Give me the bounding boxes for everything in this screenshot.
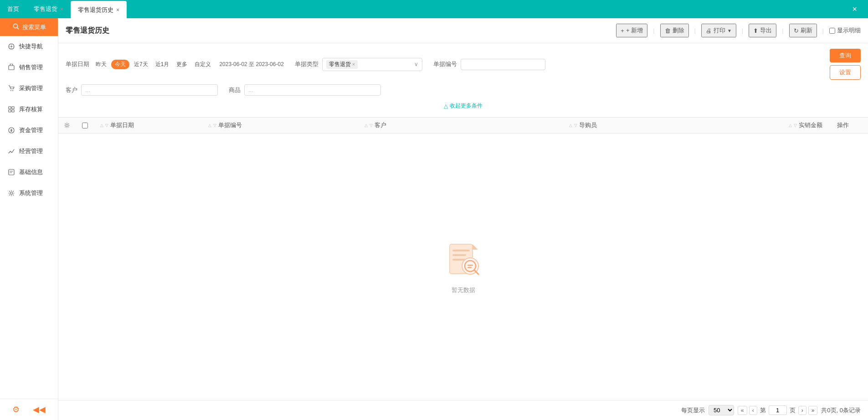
sidebar-item-label-inventory: 库存核算: [19, 105, 43, 113]
doc-num-input[interactable]: [461, 59, 545, 70]
export-icon: ⬆: [753, 27, 758, 34]
show-detail-label[interactable]: 显示明细: [829, 26, 861, 35]
th-doc-num-label: 单据编号: [218, 121, 242, 129]
th-doc-date[interactable]: △ ▽ 单据日期: [95, 121, 203, 129]
export-label: 导出: [760, 26, 772, 35]
tab-retail-return-history[interactable]: 零售退货历史×: [71, 1, 127, 19]
purchase-icon: [7, 84, 15, 92]
sort-down-icon5: ▽: [794, 123, 797, 128]
top-bar: 首页零售退货×零售退货历史× ×: [0, 0, 868, 18]
sidebar-item-purchase-mgmt[interactable]: 采购管理: [0, 78, 58, 99]
sort-up-icon4: △: [569, 123, 572, 128]
new-button[interactable]: + + 新增: [616, 24, 647, 37]
th-customer[interactable]: △ ▽ 客户: [359, 121, 564, 129]
date-custom[interactable]: 自定义: [192, 60, 214, 69]
sidebar-item-label-purchase: 采购管理: [19, 84, 43, 92]
date-7days[interactable]: 近7天: [131, 60, 151, 69]
sidebar-item-system-mgmt[interactable]: 系统管理: [0, 183, 58, 204]
date-more[interactable]: 更多: [174, 60, 190, 69]
new-icon: +: [621, 27, 624, 34]
query-button[interactable]: 查询: [830, 49, 861, 62]
print-button[interactable]: 🖨 打印 ▼: [701, 24, 736, 37]
table-header: △ ▽ 单据日期 △ ▽ 单据编号 △ ▽ 客户 △ ▽ 导购员: [58, 118, 868, 133]
sidebar-item-basic-info[interactable]: 基础信息: [0, 162, 58, 183]
show-detail-checkbox[interactable]: [829, 28, 835, 34]
th-action-label: 操作: [837, 121, 849, 129]
tab-home[interactable]: 首页: [0, 0, 26, 18]
svg-rect-23: [467, 267, 472, 268]
prev-page-button[interactable]: ‹: [749, 406, 757, 415]
date-today[interactable]: 今天: [111, 60, 129, 69]
main-layout: 搜索菜单 快捷导航 销售管理: [0, 18, 868, 420]
customer-select[interactable]: ...: [81, 84, 218, 96]
settings-button[interactable]: 设置: [830, 65, 861, 80]
goods-placeholder: ...: [248, 87, 253, 93]
delete-button[interactable]: 🗑 删除: [660, 24, 689, 37]
th-settings[interactable]: [58, 122, 77, 128]
sort-up-icon: △: [100, 123, 103, 128]
th-customer-label: 客户: [375, 121, 386, 129]
page-number-input[interactable]: [769, 405, 787, 415]
page-header: 零售退货历史 + + 新增 | 🗑 删除 | 🖨 打印 ▼ |: [58, 18, 868, 43]
th-doc-num[interactable]: △ ▽ 单据编号: [203, 121, 359, 129]
next-page-button[interactable]: ›: [798, 406, 806, 415]
content-area: 零售退货历史 + + 新增 | 🗑 删除 | 🖨 打印 ▼ |: [58, 18, 868, 420]
svg-rect-12: [9, 169, 14, 175]
sidebar-item-operations[interactable]: 经营管理: [0, 141, 58, 162]
sidebar-item-inventory[interactable]: 库存核算: [0, 99, 58, 120]
window-close-button[interactable]: ×: [848, 3, 861, 16]
operations-icon: [7, 147, 15, 155]
sidebar-search[interactable]: 搜索菜单: [0, 18, 58, 36]
type-select[interactable]: 零售退货 × ∨: [322, 58, 422, 71]
date-yesterday[interactable]: 昨天: [93, 60, 109, 69]
page-actions: + + 新增 | 🗑 删除 | 🖨 打印 ▼ | ⬆ 导出: [616, 24, 861, 37]
th-guide-label: 导购员: [579, 121, 597, 129]
sidebar-item-label-finance: 资金管理: [19, 126, 43, 134]
sidebar-bottom: ⚙ ◀◀: [0, 399, 58, 420]
customer-placeholder: ...: [85, 87, 90, 93]
sidebar-item-finance[interactable]: 资金管理: [0, 120, 58, 141]
sidebar-item-label-system: 系统管理: [19, 189, 43, 197]
sort-down-icon3: ▽: [370, 123, 373, 128]
sidebar-item-label-sales: 销售管理: [19, 63, 43, 72]
tab-retail-return[interactable]: 零售退货×: [26, 0, 71, 18]
refresh-label: 刷新: [801, 26, 812, 35]
page-label: 页: [790, 406, 796, 415]
type-tag-close[interactable]: ×: [352, 61, 355, 67]
collapse-label: 收起更多条件: [450, 102, 483, 110]
basic-info-icon: [7, 168, 15, 176]
first-page-button[interactable]: «: [738, 406, 747, 415]
page-total: 共0页, 0条记录: [821, 406, 861, 415]
date-1month[interactable]: 近1月: [153, 60, 172, 69]
sort-down-icon: ▽: [105, 123, 108, 128]
last-page-button[interactable]: »: [808, 406, 818, 415]
sidebar-item-sales-mgmt[interactable]: 销售管理: [0, 57, 58, 78]
goods-select[interactable]: ...: [244, 84, 381, 96]
type-label: 单据类型: [295, 60, 318, 68]
sound-icon[interactable]: ◀◀: [33, 405, 46, 415]
date-label: 单据日期: [66, 60, 89, 68]
type-select-arrow: ∨: [414, 61, 418, 67]
th-checkbox[interactable]: [77, 123, 95, 128]
empty-state: 暂无数据: [441, 240, 486, 294]
filter-doc-num: 单据编号: [433, 59, 545, 70]
svg-rect-16: [452, 250, 470, 251]
collapse-button[interactable]: △ 收起更多条件: [438, 100, 488, 112]
tab-close-retail-return-history[interactable]: ×: [116, 7, 119, 13]
svg-rect-7: [9, 107, 11, 109]
sidebar-item-quick-nav[interactable]: 快捷导航: [0, 36, 58, 57]
tab-close-retail-return[interactable]: ×: [60, 6, 63, 12]
page-size-label: 每页显示: [681, 406, 705, 415]
svg-point-6: [12, 90, 13, 91]
settings-bottom-icon[interactable]: ⚙: [12, 405, 20, 415]
sort-down-icon2: ▽: [213, 123, 216, 128]
page-size-select[interactable]: 50 10 20 100: [709, 405, 734, 415]
finance-icon: [7, 126, 15, 134]
tabs-container: 首页零售退货×零售退货历史×: [0, 0, 848, 18]
compass-icon: [7, 42, 15, 51]
th-guide[interactable]: △ ▽ 导购员: [564, 121, 720, 129]
export-button[interactable]: ⬆ 导出: [749, 24, 776, 37]
th-actual-amount[interactable]: △ ▽ 实销金额: [720, 121, 832, 129]
select-all-checkbox[interactable]: [82, 123, 88, 128]
refresh-button[interactable]: ↻ 刷新: [789, 24, 817, 37]
